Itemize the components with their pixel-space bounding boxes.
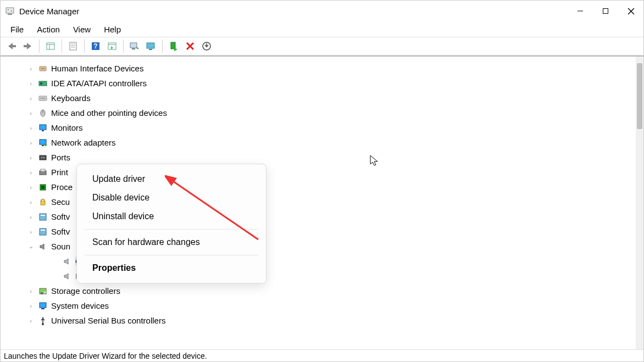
minimize-button[interactable] (568, 1, 593, 21)
toolbar-separator (39, 40, 40, 53)
uninstall-device-button[interactable] (182, 38, 198, 54)
chevron-down-icon[interactable]: ⌄ (27, 243, 35, 250)
tree-item-label: Softv (51, 212, 70, 221)
tree-item[interactable]: ›Universal Serial Bus controllers (1, 313, 636, 328)
tree-item[interactable]: ›Human Interface Devices (1, 61, 636, 76)
tree-item-label: Proce (51, 182, 73, 192)
svg-rect-33 (39, 96, 47, 101)
forward-button[interactable] (20, 38, 36, 54)
tree-item-label: Mice and other pointing devices (51, 108, 167, 118)
tree-item-label: Print (51, 168, 68, 177)
maximize-button[interactable] (593, 1, 618, 21)
action-button[interactable] (104, 38, 120, 54)
context-menu: Update driverDisable deviceUninstall dev… (76, 164, 267, 283)
svg-rect-38 (40, 125, 46, 130)
chevron-right-icon[interactable]: › (27, 125, 35, 131)
tree-item-label: Soun (51, 242, 70, 251)
app-icon (5, 6, 15, 16)
svg-text:?: ? (93, 42, 97, 50)
titlebar-left: Device Manager (5, 6, 79, 16)
tree-item[interactable]: ›Monitors (1, 120, 636, 135)
tree-item[interactable]: ›System devices (1, 298, 636, 313)
close-button[interactable] (618, 1, 643, 21)
titlebar: Device Manager (1, 1, 643, 21)
svg-rect-41 (42, 145, 44, 146)
window-controls (568, 1, 643, 21)
svg-rect-13 (70, 42, 76, 50)
tree-item[interactable]: ›IDE ATA/ATAPI controllers (1, 76, 636, 91)
keyboard-icon (38, 93, 48, 103)
chevron-right-icon[interactable]: › (27, 154, 35, 161)
tree-item[interactable]: ›Ports (1, 150, 636, 165)
toolbar-separator (62, 40, 62, 53)
svg-rect-59 (41, 308, 45, 309)
update-driver-button[interactable] (199, 38, 214, 54)
svg-rect-58 (40, 303, 46, 308)
tree-item-label: Human Interface Devices (51, 64, 143, 73)
svg-rect-30 (41, 68, 45, 69)
security-icon (38, 197, 48, 207)
chevron-right-icon[interactable]: › (27, 199, 35, 205)
chevron-right-icon[interactable]: › (27, 288, 35, 294)
svg-rect-10 (47, 43, 54, 49)
context-menu-item[interactable]: Scan for hardware changes (77, 233, 266, 252)
chevron-right-icon[interactable]: › (27, 318, 35, 324)
chevron-right-icon[interactable]: › (27, 110, 35, 116)
svg-rect-25 (171, 42, 175, 49)
tree-item-label: Monitors (51, 123, 83, 132)
svg-rect-43 (40, 155, 46, 160)
svg-rect-32 (40, 82, 42, 85)
svg-point-45 (43, 157, 45, 158)
context-menu-item[interactable]: Update driver (77, 170, 266, 188)
toolbar: ? (1, 37, 643, 55)
properties-button[interactable] (65, 38, 81, 54)
svg-rect-55 (40, 288, 46, 294)
svg-point-2 (8, 9, 9, 10)
scrollbar-thumb[interactable] (637, 63, 642, 129)
svg-point-60 (42, 323, 44, 325)
mouse-icon (38, 108, 48, 118)
chevron-right-icon[interactable]: › (27, 184, 35, 191)
tree-item[interactable]: ›Keyboards (1, 91, 636, 105)
back-button[interactable] (4, 38, 19, 54)
chevron-right-icon[interactable]: › (27, 303, 35, 309)
svg-rect-24 (149, 49, 152, 50)
chevron-right-icon[interactable]: › (27, 229, 35, 235)
add-legacy-hardware-button[interactable] (143, 38, 159, 54)
svg-rect-8 (12, 45, 16, 47)
chevron-right-icon[interactable]: › (27, 80, 35, 87)
chevron-right-icon[interactable]: › (27, 95, 35, 102)
help-button[interactable]: ? (88, 38, 103, 54)
usb-icon (38, 316, 48, 326)
chevron-right-icon[interactable]: › (27, 140, 35, 146)
svg-rect-0 (6, 8, 14, 13)
menu-file[interactable]: File (5, 24, 29, 35)
vertical-scrollbar[interactable] (636, 57, 643, 349)
chevron-right-icon[interactable]: › (27, 214, 35, 220)
show-hide-console-tree-button[interactable] (43, 38, 58, 54)
menu-help[interactable]: Help (98, 24, 126, 35)
scan-hardware-button[interactable] (127, 38, 142, 54)
context-menu-item[interactable]: Disable device (77, 188, 266, 207)
tree-item[interactable]: ›Mice and other pointing devices (1, 105, 636, 120)
tree-item-label: Storage controllers (51, 286, 120, 296)
chevron-right-icon[interactable]: › (27, 169, 35, 176)
chevron-right-icon[interactable]: › (27, 65, 35, 72)
enable-device-button[interactable] (166, 38, 181, 54)
window-title: Device Manager (19, 7, 79, 16)
context-menu-separator (85, 255, 258, 255)
storage-icon (38, 286, 48, 296)
svg-point-57 (41, 292, 43, 294)
svg-rect-40 (40, 140, 46, 144)
menu-view[interactable]: View (68, 24, 96, 35)
context-menu-item[interactable]: Properties (77, 259, 266, 277)
tree-item[interactable]: ›Storage controllers (1, 283, 636, 298)
cpu-icon (38, 182, 48, 192)
menubar: File Action View Help (1, 21, 643, 37)
tree-item[interactable]: ›Network adapters (1, 135, 636, 150)
context-menu-item[interactable]: Uninstall device (77, 207, 266, 226)
tree-item-label: Universal Serial Bus controllers (51, 316, 165, 325)
menu-action[interactable]: Action (31, 24, 65, 35)
svg-rect-22 (132, 48, 135, 49)
svg-point-42 (45, 144, 47, 146)
